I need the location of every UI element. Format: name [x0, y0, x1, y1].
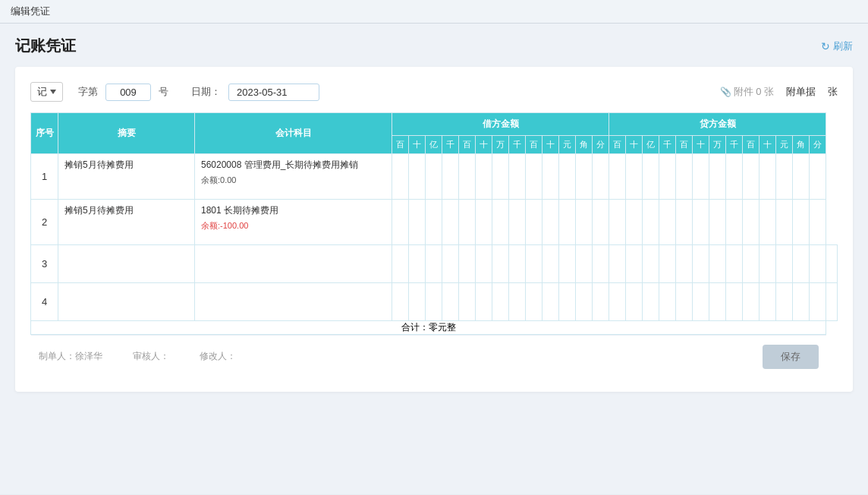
- row1-c6[interactable]: [693, 154, 709, 200]
- row2-summary-text: 摊销5月待摊费用: [64, 204, 188, 217]
- row1-d10[interactable]: [542, 154, 559, 200]
- row2-d3[interactable]: [426, 200, 442, 245]
- sub-d7: 万: [492, 136, 509, 154]
- row1-c3[interactable]: [643, 154, 659, 200]
- row1-summary[interactable]: 摊销5月待摊费用: [58, 154, 195, 200]
- row1-d5[interactable]: [459, 154, 476, 200]
- row2-c5[interactable]: [676, 200, 693, 245]
- date-input[interactable]: [228, 84, 319, 101]
- row1-d4[interactable]: [442, 154, 459, 200]
- table-row[interactable]: 3: [31, 245, 838, 283]
- row2-d6[interactable]: [476, 200, 492, 245]
- refresh-button[interactable]: ↻ 刷新: [821, 39, 853, 53]
- row1-c13[interactable]: [810, 154, 826, 200]
- row1-d6[interactable]: [476, 154, 492, 200]
- row2-c12[interactable]: [793, 200, 810, 245]
- col-debit-header: 借方金额: [392, 113, 609, 136]
- row1-c8[interactable]: [726, 154, 743, 200]
- row2-d1[interactable]: [392, 200, 409, 245]
- row3-summary[interactable]: [58, 245, 195, 283]
- col-seq-header: 序号: [31, 113, 58, 154]
- row2-d11[interactable]: [559, 200, 576, 245]
- row1-c5[interactable]: [676, 154, 693, 200]
- title-bar: 编辑凭证: [0, 0, 868, 24]
- voucher-number-input[interactable]: [105, 84, 151, 101]
- sub-d13: 分: [593, 136, 609, 154]
- sub-c3: 亿: [643, 136, 659, 154]
- col-summary-header: 摘要: [58, 113, 195, 154]
- row2-d8[interactable]: [509, 200, 526, 245]
- row1-d1[interactable]: [392, 154, 409, 200]
- row1-seq: 1: [31, 154, 58, 200]
- row2-summary[interactable]: 摊销5月待摊费用: [58, 200, 195, 245]
- sub-d4: 千: [442, 136, 459, 154]
- row2-c9[interactable]: [743, 200, 760, 245]
- row1-c7[interactable]: [709, 154, 726, 200]
- row2-c3[interactable]: [643, 200, 659, 245]
- row2-d10[interactable]: [542, 200, 559, 245]
- row1-balance: 余额:0.00: [201, 175, 385, 186]
- row1-d13[interactable]: [593, 154, 609, 200]
- row2-c6[interactable]: [693, 200, 709, 245]
- sub-c4: 千: [659, 136, 676, 154]
- row2-c7[interactable]: [709, 200, 726, 245]
- row2-d9[interactable]: [526, 200, 542, 245]
- sub-c7: 万: [709, 136, 726, 154]
- col-credit-header: 贷方金额: [609, 113, 826, 136]
- row2-c13[interactable]: [810, 200, 826, 245]
- sub-d11: 元: [559, 136, 576, 154]
- row3-account[interactable]: [195, 245, 392, 283]
- row1-c12[interactable]: [793, 154, 810, 200]
- sub-c5: 百: [676, 136, 693, 154]
- row2-c8[interactable]: [726, 200, 743, 245]
- row2-d12[interactable]: [576, 200, 593, 245]
- row2-d5[interactable]: [459, 200, 476, 245]
- main-area: 记账凭证 ↻ 刷新 记 字第 号 日期： 📎 附件 0 张 附单据 张: [0, 24, 868, 494]
- row2-account[interactable]: 1801 长期待摊费用 余额:-100.00: [195, 200, 392, 245]
- row1-d3[interactable]: [426, 154, 442, 200]
- row2-c11[interactable]: [776, 200, 793, 245]
- row3-seq: 3: [31, 245, 58, 283]
- modifier-label: 修改人：: [200, 350, 236, 363]
- row1-c2[interactable]: [626, 154, 643, 200]
- row1-d11[interactable]: [559, 154, 576, 200]
- row2-d7[interactable]: [492, 200, 509, 245]
- row1-d8[interactable]: [509, 154, 526, 200]
- voucher-table: 序号 摘要 会计科目 借方金额 贷方金额 百 十 亿 千 百 十 万 千 百 十: [30, 112, 838, 377]
- row2-c10[interactable]: [760, 200, 776, 245]
- save-button[interactable]: 保存: [763, 345, 819, 369]
- row1-d2[interactable]: [409, 154, 426, 200]
- table-row[interactable]: 2 摊销5月待摊费用 1801 长期待摊费用 余额:-100.00: [31, 200, 838, 245]
- row1-account-text: 56020008 管理费用_长期待摊费用摊销: [201, 159, 385, 172]
- row2-d13[interactable]: [593, 200, 609, 245]
- row2-seq: 2: [31, 200, 58, 245]
- zi-label: 字第: [78, 85, 98, 99]
- page-title: 记账凭证: [15, 36, 76, 56]
- attach-sheet-button[interactable]: 附单据: [786, 85, 816, 99]
- row2-c4[interactable]: [659, 200, 676, 245]
- table-row[interactable]: 4: [31, 283, 838, 321]
- voucher-type-button[interactable]: 记: [30, 82, 63, 102]
- row1-account[interactable]: 56020008 管理费用_长期待摊费用摊销 余额:0.00: [195, 154, 392, 200]
- row1-d7[interactable]: [492, 154, 509, 200]
- row2-c2[interactable]: [626, 200, 643, 245]
- row4-summary[interactable]: [58, 283, 195, 321]
- voucher-card: 记 字第 号 日期： 📎 附件 0 张 附单据 张: [15, 67, 853, 392]
- row2-account-text: 1801 长期待摊费用: [201, 204, 385, 217]
- row1-d12[interactable]: [576, 154, 593, 200]
- sub-c2: 十: [626, 136, 643, 154]
- sub-c12: 角: [793, 136, 810, 154]
- row2-d2[interactable]: [409, 200, 426, 245]
- row1-d9[interactable]: [526, 154, 542, 200]
- attach-link[interactable]: 📎 附件 0 张: [720, 85, 774, 99]
- row2-c1[interactable]: [609, 200, 626, 245]
- row1-c9[interactable]: [743, 154, 760, 200]
- row1-c4[interactable]: [659, 154, 676, 200]
- table-row[interactable]: 1 摊销5月待摊费用 56020008 管理费用_长期待摊费用摊销 余额:0.0…: [31, 154, 838, 200]
- row1-c10[interactable]: [760, 154, 776, 200]
- row4-account[interactable]: [195, 283, 392, 321]
- row2-d4[interactable]: [442, 200, 459, 245]
- row1-c1[interactable]: [609, 154, 626, 200]
- sub-c11: 元: [776, 136, 793, 154]
- row1-c11[interactable]: [776, 154, 793, 200]
